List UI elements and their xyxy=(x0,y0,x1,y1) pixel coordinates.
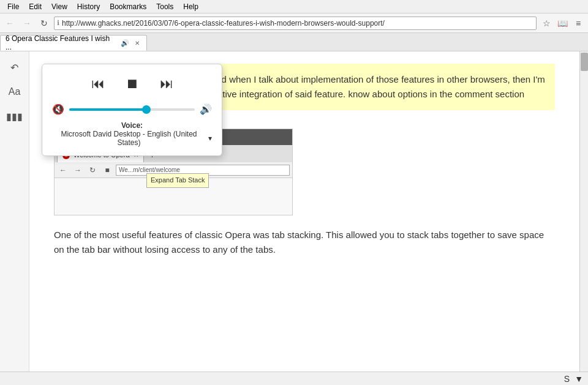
opera-forward-button[interactable]: → xyxy=(72,164,84,176)
volume-high-icon[interactable]: 🔊 xyxy=(200,103,212,115)
volume-slider[interactable] xyxy=(69,108,195,111)
player-next-button[interactable]: ⏭ xyxy=(156,73,178,95)
browser-body: ↶ Aa ▮▮▮ Note: If a web browser is not m… xyxy=(0,51,588,372)
tab-title: 6 Opera Classic Features I wish ... xyxy=(6,34,117,51)
voice-select-dropdown[interactable]: Microsoft David Desktop - English (Unite… xyxy=(52,130,212,147)
voice-name-value: Microsoft David Desktop - English (Unite… xyxy=(52,130,206,147)
nav-bar: ← → ↻ ℹ ☆ 📖 ≡ xyxy=(0,13,588,33)
sidebar-back-button[interactable]: ↶ xyxy=(4,56,26,78)
content-paragraph: One of the most useful features of class… xyxy=(54,228,555,257)
status-s-icon: S xyxy=(564,374,570,384)
sidebar: ↶ Aa ▮▮▮ xyxy=(0,51,29,372)
lock-icon: ℹ xyxy=(57,19,59,27)
voice-dropdown-icon: ▾ xyxy=(208,134,212,143)
tab-close-button[interactable]: ✕ xyxy=(133,39,141,47)
opera-nav-bar: ← → ↻ ■ We...m/client/welcome Expand Tab… xyxy=(55,162,292,178)
expand-tab-stack-tooltip: Expand Tab Stack xyxy=(146,173,209,188)
player-prev-button[interactable]: ⏮ xyxy=(87,73,109,95)
voice-prefix: Voice: xyxy=(121,121,143,130)
volume-low-icon[interactable]: 🔇 xyxy=(52,103,64,115)
status-right: S ▼ xyxy=(564,374,583,384)
status-bar: S ▼ xyxy=(0,372,588,385)
status-down-icon: ▼ xyxy=(575,374,583,384)
active-tab[interactable]: 6 Opera Classic Features I wish ... 🔊 ✕ xyxy=(0,35,147,51)
sidebar-reader-button[interactable]: Aa xyxy=(4,81,26,103)
player-stop-button[interactable]: ⏹ xyxy=(121,73,143,95)
menu-edit[interactable]: Edit xyxy=(24,1,47,12)
forward-button[interactable]: → xyxy=(20,16,34,31)
reload-button[interactable]: ↻ xyxy=(37,16,51,31)
opera-home-button[interactable]: ■ xyxy=(101,164,113,176)
menu-bar: File Edit View History Bookmarks Tools H… xyxy=(0,0,588,13)
sidebar-stats-button[interactable]: ▮▮▮ xyxy=(4,105,26,127)
voice-label: Voice: Microsoft David Desktop - English… xyxy=(52,121,212,147)
player-controls: ⏮ ⏹ ⏭ xyxy=(52,73,212,95)
address-input[interactable] xyxy=(62,19,533,28)
tab-bar: 6 Opera Classic Features I wish ... 🔊 ✕ xyxy=(0,33,588,51)
menu-file[interactable]: File xyxy=(2,1,24,12)
back-button[interactable]: ← xyxy=(2,16,17,31)
content-area: Note: If a web browser is not mentioned … xyxy=(29,51,579,372)
address-bar-container: ℹ xyxy=(54,17,537,30)
menu-view[interactable]: View xyxy=(47,1,72,12)
media-player-popup: ⏮ ⏹ ⏭ 🔇 🔊 Voice: Microsoft David Desktop… xyxy=(42,64,222,156)
volume-slider-fill xyxy=(69,108,145,111)
bookmark-button[interactable]: ☆ xyxy=(539,16,554,31)
scrollbar-thumb[interactable] xyxy=(581,53,588,71)
volume-slider-thumb[interactable] xyxy=(142,105,151,114)
menu-history[interactable]: History xyxy=(72,1,105,12)
browser-menu-button[interactable]: ≡ xyxy=(571,16,586,31)
nav-right-buttons: ☆ 📖 ≡ xyxy=(539,16,586,31)
reader-button[interactable]: 📖 xyxy=(555,16,570,31)
menu-tools[interactable]: Tools xyxy=(151,1,178,12)
tab-speaker-icon: 🔊 xyxy=(121,39,129,47)
vertical-scrollbar[interactable] xyxy=(579,51,588,372)
opera-reload-button[interactable]: ↻ xyxy=(86,164,99,176)
menu-help[interactable]: Help xyxy=(178,1,203,12)
player-slider-row: 🔇 🔊 xyxy=(52,103,212,115)
menu-bookmarks[interactable]: Bookmarks xyxy=(105,1,151,12)
opera-back-button[interactable]: ← xyxy=(57,164,69,176)
